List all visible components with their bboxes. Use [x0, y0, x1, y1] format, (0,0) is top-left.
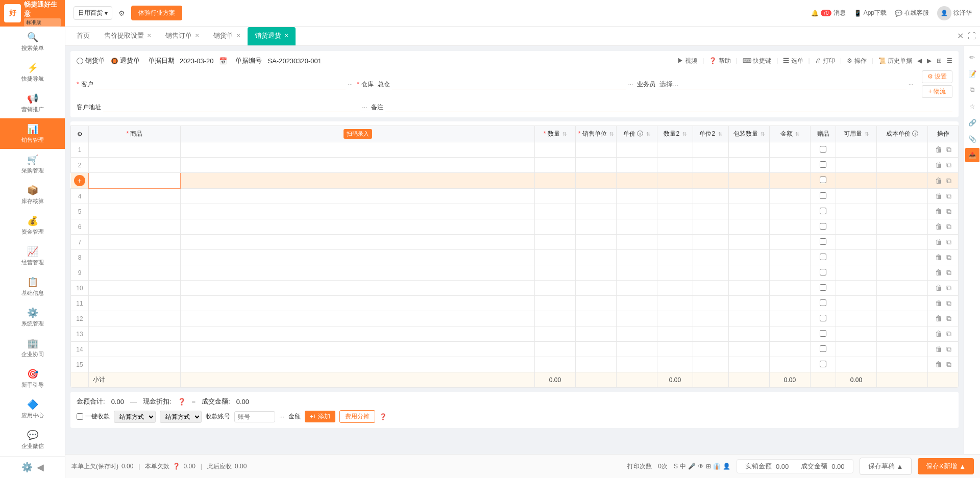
unit-sort-icon[interactable]: ⇅	[609, 131, 614, 137]
packqty-sort-icon[interactable]: ⇅	[761, 131, 765, 137]
toolbar-operate[interactable]: ⚙ 操作	[847, 57, 866, 65]
toolbar-help[interactable]: ❓ 帮助	[709, 57, 730, 65]
right-sidebar-copy[interactable]: ⧉	[965, 83, 979, 97]
sidebar-item-search[interactable]: 🔍 搜索菜单	[0, 27, 65, 57]
right-sidebar-edit[interactable]: ✏	[965, 50, 979, 64]
tab-sales-order[interactable]: 销售订单 ✕	[158, 27, 206, 45]
delete-icon[interactable]: 🗑	[935, 345, 942, 354]
gift-checkbox[interactable]	[820, 223, 826, 230]
remark-input[interactable]	[385, 102, 952, 112]
right-sidebar-note[interactable]: 📝	[965, 66, 979, 81]
tab-close-price-setting[interactable]: ✕	[147, 33, 151, 38]
account-input[interactable]	[234, 411, 275, 422]
customer-more-icon[interactable]: ···	[348, 81, 353, 88]
next-record-icon[interactable]: ▶	[927, 57, 932, 64]
gift-cell-active[interactable]	[811, 173, 836, 189]
grid-view-icon[interactable]: ⊞	[937, 57, 942, 64]
tab-price-setting[interactable]: 售价提取设置 ✕	[97, 27, 158, 45]
sidebar-item-base[interactable]: 📋 基础信息	[0, 271, 65, 302]
gift-checkbox[interactable]	[820, 345, 826, 352]
copy-row-icon[interactable]: ⧉	[946, 253, 951, 262]
available-sort-icon[interactable]: ⇅	[865, 131, 869, 137]
sidebar-item-guide[interactable]: 🎯 新手引导	[0, 363, 65, 394]
unit2-cell[interactable]	[693, 158, 729, 173]
maximize-icon[interactable]: ⛶	[968, 32, 976, 41]
toolbar-video[interactable]: ▶ 视频	[677, 57, 697, 65]
gift-checkbox[interactable]	[820, 299, 826, 306]
tool-eye-icon[interactable]: 👁	[698, 463, 704, 470]
settings-button[interactable]: ⚙ 设置	[922, 70, 952, 83]
copy-row-icon[interactable]: ⧉	[946, 314, 951, 323]
price-cell[interactable]	[617, 158, 657, 173]
settings-gear-icon[interactable]: ⚙️	[21, 462, 33, 473]
product-input-active[interactable]	[91, 177, 178, 184]
tool-zhong-icon[interactable]: 中	[680, 462, 686, 471]
right-sidebar-attach[interactable]: 📎	[965, 132, 979, 146]
gift-checkbox[interactable]	[820, 361, 826, 367]
delete-icon[interactable]: 🗑	[935, 222, 942, 231]
split-help-icon[interactable]: ❓	[379, 413, 387, 420]
tab-close-sales-delivery[interactable]: ✕	[236, 33, 240, 38]
gift-checkbox[interactable]	[820, 208, 826, 214]
product-cell-active[interactable]	[89, 173, 181, 189]
gift-checkbox[interactable]	[820, 238, 826, 245]
sidebar-item-app[interactable]: 🔷 应用中心	[0, 394, 65, 424]
scan-button[interactable]: 扫码录入	[344, 129, 372, 139]
delete-icon[interactable]: 🗑	[935, 284, 942, 292]
list-view-icon[interactable]: ☰	[947, 57, 952, 64]
add-row-button[interactable]: +	[74, 175, 85, 186]
price-cell-active[interactable]	[617, 173, 657, 189]
qty-cell[interactable]	[535, 142, 576, 158]
save-draft-button[interactable]: 保存草稿 ▲	[860, 458, 912, 475]
collapse-icon[interactable]: ◀	[37, 462, 44, 473]
delete-icon[interactable]: 🗑	[935, 192, 942, 200]
qty2-cell[interactable]	[657, 142, 693, 158]
delete-icon[interactable]: 🗑	[935, 207, 942, 216]
tab-sales-return[interactable]: 销货退货 ✕	[248, 27, 296, 45]
toolbar-select[interactable]: ☰ 选单	[783, 57, 803, 65]
sidebar-item-corp[interactable]: 🏢 企业协同	[0, 333, 65, 363]
copy-row-icon[interactable]: ⧉	[946, 345, 951, 354]
staff-more-icon[interactable]: ···	[909, 81, 914, 88]
industry-select[interactable]: 日用百货 ▾	[74, 6, 112, 20]
product-cell[interactable]	[89, 158, 181, 173]
sidebar-item-shortcut[interactable]: ⚡ 快捷导航	[0, 57, 65, 88]
gift-checkbox[interactable]	[820, 254, 826, 260]
warehouse-more-icon[interactable]: ···	[628, 81, 633, 88]
close-tab-icon[interactable]: ✕	[957, 31, 964, 41]
gift-checkbox[interactable]	[820, 177, 826, 183]
delete-icon[interactable]: 🗑	[935, 268, 942, 277]
unit2-cell-active[interactable]	[693, 173, 729, 189]
one-key-collect-check[interactable]: 一键收款	[77, 412, 110, 421]
add-payment-button[interactable]: + + 添加	[305, 411, 335, 422]
sub-calc-select[interactable]: 结算方式	[160, 411, 202, 423]
gift-checkbox[interactable]	[820, 315, 826, 321]
gift-cell[interactable]	[811, 158, 836, 173]
gift-checkbox[interactable]	[820, 192, 826, 199]
unit-cell[interactable]	[576, 158, 617, 173]
copy-row-icon[interactable]: ⧉	[946, 207, 951, 216]
gift-checkbox[interactable]	[820, 269, 826, 275]
copy-row-icon[interactable]: ⧉	[946, 222, 951, 231]
warehouse-input[interactable]	[392, 79, 626, 89]
copy-row-icon[interactable]: ⧉	[946, 268, 951, 277]
delete-icon[interactable]: 🗑	[935, 299, 942, 308]
delete-icon[interactable]: 🗑	[935, 360, 942, 369]
sidebar-item-inventory[interactable]: 📦 库存核算	[0, 180, 65, 210]
amount-cell-active[interactable]	[770, 173, 811, 189]
qty2-sort-icon[interactable]: ⇅	[682, 131, 687, 137]
sidebar-item-finance[interactable]: 💰 资金管理	[0, 210, 65, 241]
delete-icon[interactable]: 🗑	[935, 253, 942, 262]
prev-record-icon[interactable]: ◀	[917, 57, 922, 64]
copy-row-icon[interactable]: ⧉	[946, 161, 951, 169]
tool-grid-icon[interactable]: ⊞	[706, 463, 711, 470]
staff-input[interactable]	[657, 79, 906, 89]
unit-cell[interactable]	[576, 142, 617, 158]
more-account-icon[interactable]: ···	[279, 413, 284, 420]
radio-return-input[interactable]	[111, 58, 118, 64]
gear-settings-icon[interactable]: ⚙	[118, 9, 125, 17]
user-avatar[interactable]: 👤 徐泽华	[937, 6, 972, 20]
copy-row-icon[interactable]: ⧉	[946, 145, 951, 154]
app-download-link[interactable]: 📱 App下载	[854, 9, 887, 17]
save-new-button[interactable]: 保存&新增 ▲	[918, 458, 974, 474]
